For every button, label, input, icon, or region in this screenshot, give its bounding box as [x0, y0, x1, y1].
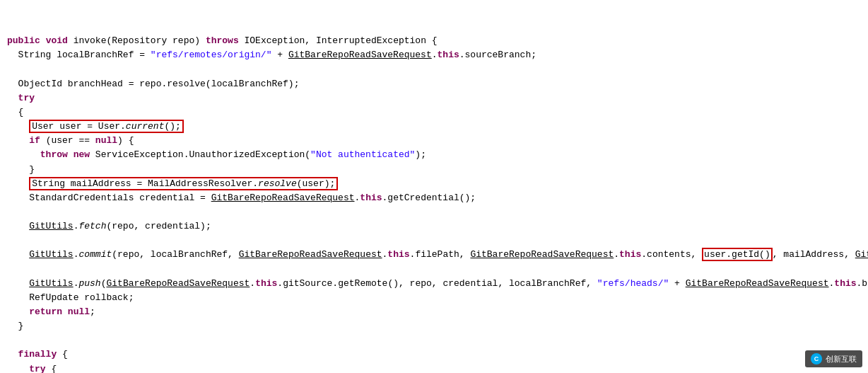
brand-label: 创新互联: [826, 354, 857, 365]
code-line: [6, 63, 868, 77]
code-line: [6, 205, 868, 219]
code-line: ObjectId branchHead = repo.resolve(local…: [6, 77, 868, 91]
code-line: GitUtils.commit(repo, localBranchRef, Gi…: [6, 248, 868, 262]
brand-badge: C 创新互联: [805, 350, 862, 367]
code-line: if (user == null) {: [6, 134, 868, 148]
code-line: GitUtils.push(GitBareRepoReadSaveRequest…: [6, 277, 868, 291]
code-line: }: [6, 319, 868, 333]
code-line: }: [6, 163, 868, 177]
code-line: {: [6, 105, 868, 120]
code-line: User user = User.current();: [6, 120, 868, 134]
code-line: throw new ServiceException.UnauthorizedE…: [6, 148, 868, 162]
code-line: [6, 263, 868, 277]
code-line: try {: [6, 362, 868, 373]
code-line: GitUtils.fetch(repo, credential);: [6, 219, 868, 234]
code-line: finally {: [6, 348, 868, 362]
code-line: public void invoke(Repository repo) thro…: [6, 34, 868, 48]
code-line: [6, 234, 868, 248]
code-viewer: public void invoke(Repository repo) thro…: [0, 0, 868, 373]
code-line: RefUpdate rollback;: [6, 291, 868, 305]
code-line: String mailAddress = MailAddressResolver…: [6, 177, 868, 191]
code-line: return null;: [6, 305, 868, 319]
code-line: String localBranchRef = "refs/remotes/or…: [6, 48, 868, 62]
code-line: StandardCredentials credential = GitBare…: [6, 191, 868, 205]
code-line: try: [6, 91, 868, 105]
code-line: [6, 333, 868, 348]
brand-icon: C: [811, 353, 822, 365]
